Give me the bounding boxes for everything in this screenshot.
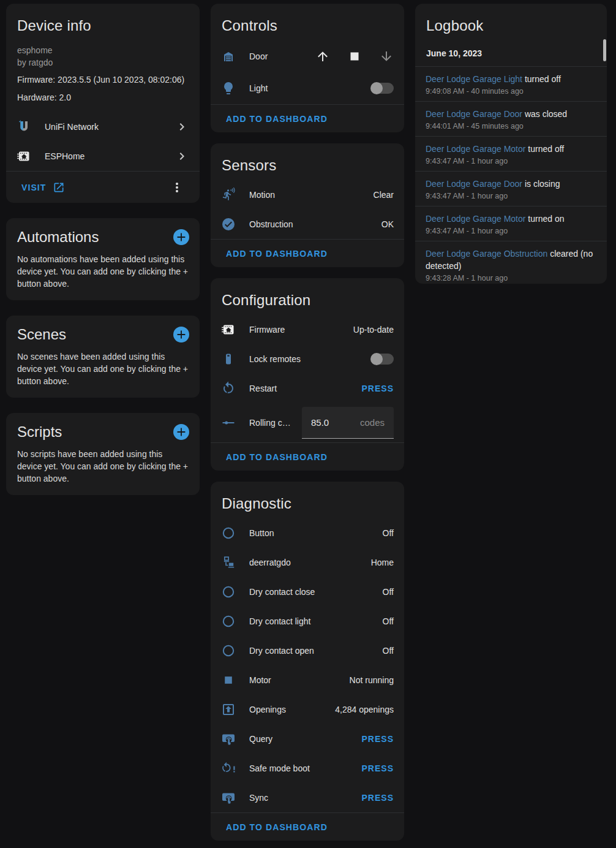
button-row[interactable]: Button Off — [211, 518, 404, 548]
restart-alert-icon — [221, 761, 236, 776]
dry-contact-close-row[interactable]: Dry contact close Off — [211, 577, 404, 607]
logbook-action: turned off — [525, 74, 561, 84]
logbook-entity-link[interactable]: Deer Lodge Garage Motor — [426, 144, 525, 154]
logbook-date-header: June 10, 2023 — [415, 40, 607, 67]
esphome-chip-icon — [17, 149, 31, 164]
rolling-code-row: Rolling co… 85.0 codes — [211, 403, 404, 442]
sensors-title: Sensors — [211, 143, 404, 180]
logbook-entity-link[interactable]: Deer Lodge Garage Light — [426, 74, 522, 84]
configuration-card: Configuration Firmware Up-to-date Lock r… — [211, 278, 404, 471]
circle-outline-icon — [221, 526, 236, 540]
scenes-card: Scenes No scenes have been added using t… — [6, 316, 200, 398]
logbook-scrollbar[interactable] — [603, 39, 606, 61]
logbook-timestamp: 9:43:47 AM - 1 hour ago — [426, 227, 596, 235]
logbook-entity-link[interactable]: Deer Lodge Garage Obstruction — [426, 249, 547, 259]
automations-card: Automations No automations have been add… — [6, 218, 200, 300]
logbook-timestamp: 9:49:08 AM - 40 minutes ago — [426, 87, 596, 96]
door-open-button[interactable] — [315, 49, 330, 64]
logbook-entity-link[interactable]: Deer Lodge Garage Motor — [426, 214, 525, 224]
logbook-card: Logbook June 10, 2023 Deer Lodge Garage … — [415, 4, 607, 284]
square-icon — [221, 673, 236, 687]
add-to-dashboard-button[interactable]: ADD TO DASHBOARD — [226, 822, 328, 832]
row-value: Off — [383, 646, 394, 656]
automations-title: Automations — [17, 229, 99, 246]
integration-name: UniFi Network — [45, 122, 175, 132]
row-value: Off — [383, 587, 394, 597]
chevron-right-icon — [175, 149, 189, 164]
logbook-entity-link[interactable]: Deer Lodge Garage Door — [426, 109, 522, 119]
device-info-title: Device info — [6, 4, 200, 40]
sync-press-button[interactable]: PRESS — [362, 793, 394, 803]
scripts-card: Scripts No scripts have been added using… — [6, 413, 200, 495]
ray-vertex-icon — [221, 415, 236, 430]
remote-icon — [221, 352, 236, 366]
restart-label: Restart — [249, 384, 357, 393]
scripts-title: Scripts — [17, 423, 62, 441]
firmware-value: Up-to-date — [353, 325, 394, 335]
deerratgdo-row[interactable]: deerratgdo Home — [211, 548, 404, 577]
rolling-code-input[interactable]: 85.0 codes — [302, 407, 394, 439]
firmware-row[interactable]: Firmware Up-to-date — [211, 315, 404, 344]
logbook-entity-link[interactable]: Deer Lodge Garage Door — [426, 179, 522, 189]
lock-remotes-label: Lock remotes — [249, 354, 370, 364]
add-to-dashboard-button[interactable]: ADD TO DASHBOARD — [226, 452, 328, 462]
device-firmware-version: Firmware: 2023.5.5 (Jun 10 2023, 08:02:0… — [6, 75, 200, 85]
lock-remotes-row: Lock remotes — [211, 344, 404, 374]
row-label: Button — [249, 528, 378, 538]
row-label: Sync — [249, 793, 357, 803]
add-automation-button[interactable] — [173, 229, 189, 245]
row-label: Dry contact light — [249, 616, 378, 626]
row-label: Safe mode boot — [249, 763, 357, 773]
restart-icon — [221, 381, 236, 396]
door-close-button[interactable] — [379, 49, 394, 64]
lock-remotes-toggle[interactable] — [370, 353, 394, 365]
plus-icon — [175, 230, 188, 244]
device-manufacturer: by ratgdo — [17, 56, 189, 69]
logbook-entry: Deer Lodge Garage Obstruction cleared (n… — [415, 241, 607, 284]
motor-row[interactable]: Motor Not running — [211, 665, 404, 695]
dry-contact-light-row[interactable]: Dry contact light Off — [211, 607, 404, 636]
restart-row: Restart PRESS — [211, 374, 404, 403]
chevron-right-icon — [175, 119, 189, 134]
visit-button[interactable]: VISIT — [21, 181, 65, 194]
lightbulb-icon — [221, 81, 236, 96]
logbook-action: turned off — [528, 144, 564, 154]
plus-icon — [175, 328, 188, 341]
integration-row-esphome[interactable]: ESPHome — [6, 142, 200, 171]
row-value: Off — [383, 528, 394, 538]
logbook-timestamp: 9:43:47 AM - 1 hour ago — [426, 157, 596, 165]
query-row: Query PRESS — [211, 724, 404, 754]
visit-label: VISIT — [21, 183, 47, 192]
row-label: Motor — [249, 675, 345, 685]
add-to-dashboard-button[interactable]: ADD TO DASHBOARD — [226, 114, 328, 124]
openings-row[interactable]: Openings 4,284 openings — [211, 695, 404, 724]
obstruction-label: Obstruction — [249, 219, 377, 229]
overflow-menu-button[interactable] — [170, 180, 184, 195]
scenes-title: Scenes — [17, 326, 66, 343]
integration-row-unifi-network[interactable]: UniFi Network — [6, 112, 200, 142]
query-press-button[interactable]: PRESS — [362, 734, 394, 744]
light-label: Light — [249, 83, 370, 93]
door-label: Door — [249, 51, 315, 61]
safe-mode-boot-press-button[interactable]: PRESS — [362, 763, 394, 773]
arrow-up-box-icon — [221, 702, 236, 717]
logbook-action: turned on — [528, 214, 564, 224]
add-to-dashboard-button[interactable]: ADD TO DASHBOARD — [226, 249, 328, 259]
add-scene-button[interactable] — [173, 327, 189, 343]
row-value: Off — [383, 616, 394, 626]
motion-sensor-row[interactable]: Motion Clear — [211, 180, 404, 210]
diagnostic-title: Diagnostic — [211, 482, 404, 518]
row-value: Home — [371, 558, 394, 567]
device-model: esphome — [17, 44, 189, 56]
obstruction-sensor-row[interactable]: Obstruction OK — [211, 210, 404, 239]
motion-sensor-icon — [221, 187, 236, 202]
add-script-button[interactable] — [173, 424, 189, 440]
restart-press-button[interactable]: PRESS — [362, 384, 394, 393]
logbook-action: is closing — [525, 179, 560, 189]
dry-contact-open-row[interactable]: Dry contact open Off — [211, 636, 404, 665]
row-label: deerratgdo — [249, 558, 366, 567]
door-stop-button[interactable] — [347, 49, 362, 64]
logbook-title: Logbook — [415, 4, 607, 40]
light-toggle[interactable] — [370, 82, 394, 94]
configuration-title: Configuration — [211, 278, 404, 315]
